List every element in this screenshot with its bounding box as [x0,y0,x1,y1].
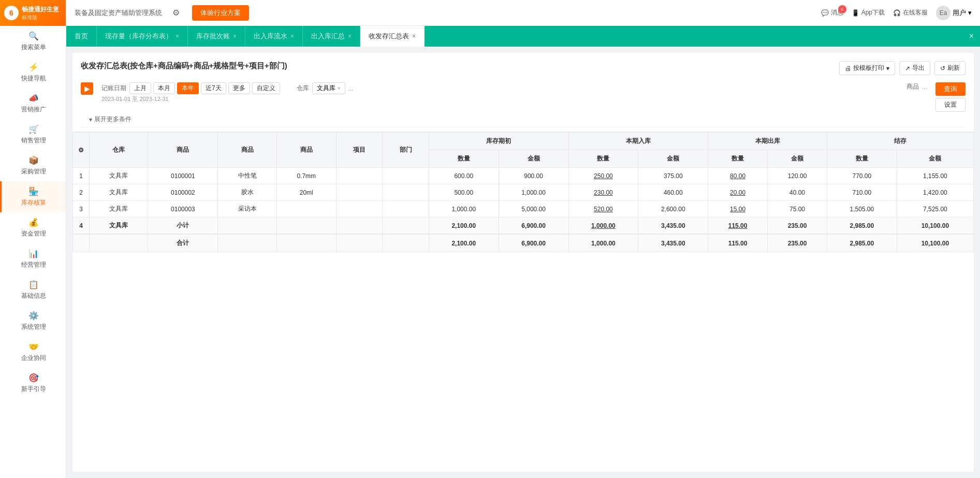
filter-settings-btn[interactable]: 设置 [935,98,966,112]
expand-more-btn[interactable]: ▾ 展开更多条件 [89,115,131,124]
cell-subtotal-in-qty[interactable]: 1,000.00 [568,218,638,235]
cell-closing-amt: 7,525.00 [897,201,973,218]
message-icon: 💬 [821,9,829,17]
cell-out-qty[interactable]: 15.00 [708,201,768,218]
sidebar-item-marketing[interactable]: 📣 营销推广 [0,88,66,119]
goods-more[interactable]: ... [922,83,927,91]
tab-inout-summary[interactable]: 出入库汇总 × [303,26,360,47]
th-in-amt: 金额 [638,150,708,168]
sidebar-item-base[interactable]: 📋 基础信息 [0,274,66,306]
cell-closing-qty: 770.00 [827,168,897,184]
online-service-action[interactable]: 🎧 在线客服 [893,8,928,17]
collab-icon: 🤝 [28,342,39,352]
cell-goods-spec [276,201,336,218]
marketing-icon: 📣 [28,93,39,103]
sidebar-item-operation[interactable]: 📊 经营管理 [0,243,66,274]
cell-subtotal-opening-qty: 2,100.00 [429,218,499,235]
cell-opening-amt: 1,000.00 [499,184,568,201]
sidebar-item-purchase[interactable]: 📦 采购管理 [0,150,66,181]
tab-inout-flow[interactable]: 出入库流水 × [245,26,303,47]
sidebar-item-quick[interactable]: ⚡ 快捷导航 [0,57,66,88]
tab-label: 出入库流水 [254,32,287,41]
purchase-icon: 📦 [28,155,39,165]
sidebar-item-guide[interactable]: 🎯 新手引导 [0,368,66,399]
cell-subtotal-out-qty[interactable]: 115.00 [708,218,768,235]
warehouse-tag-close[interactable]: × [338,85,341,91]
query-btn[interactable]: 查询 [935,82,966,96]
th-closing-amt: 金额 [897,150,973,168]
date-btn-this-month[interactable]: 本月 [153,82,175,94]
cell-subtotal-opening-amt: 6,900.00 [499,218,568,235]
user-menu[interactable]: Ea 用户 ▾ [936,6,972,20]
tab-stock-dist[interactable]: 现存量（库存分布表） × [97,26,188,47]
cell-opening-qty: 500.00 [429,184,499,201]
main-table: ⚙ 仓库 商品 商品 商品 项目 部门 库存期初 本期入库 本期出库 结存 [72,132,974,252]
content-area: 收发存汇总表(按仓库+商品编码+商品+规格型号+项目+部门) 🖨 按模板打印 ▾… [66,47,980,478]
export-btn[interactable]: ↗ 导出 [899,61,930,75]
tab-close-icon[interactable]: × [348,33,352,40]
sidebar-item-finance[interactable]: 💰 资金管理 [0,212,66,243]
cell-in-qty[interactable]: 230.00 [568,184,638,201]
page-header: 收发存汇总表(按仓库+商品编码+商品+规格型号+项目+部门) 🖨 按模板打印 ▾… [72,53,974,132]
goods-label: 商品 [906,82,919,91]
cell-closing-qty: 1,505.00 [827,201,897,218]
cell-goods-name: 采访本 [218,201,276,218]
tab-close-icon[interactable]: × [290,33,294,40]
sidebar-item-search[interactable]: 🔍 搜索菜单 [0,26,66,57]
th-warehouse: 仓库 [90,133,148,168]
cell-opening-qty: 1,000.00 [429,201,499,218]
tab-close-icon[interactable]: × [412,33,416,40]
cell-goods-spec: 20ml [276,184,336,201]
topbar-settings-icon[interactable]: ⚙ [172,8,180,18]
guide-icon: 🎯 [28,373,39,383]
cell-in-qty[interactable]: 250.00 [568,168,638,184]
sidebar-item-label: 搜索菜单 [21,43,46,52]
cell-out-qty[interactable]: 80.00 [708,168,768,184]
logo-icon: 6 [4,6,19,20]
message-action[interactable]: 💬 消息 6 [821,8,843,17]
tab-recv-send[interactable]: 收发存汇总表 × [360,26,425,47]
experience-btn[interactable]: 体验行业方案 [192,5,249,21]
sidebar-item-label: 销售管理 [21,136,46,145]
cell-no: 3 [73,201,90,218]
sidebar-item-sales[interactable]: 🛒 销售管理 [0,119,66,150]
tab-label: 出入库汇总 [311,32,345,41]
cell-in-qty[interactable]: 520.00 [568,201,638,218]
th-settings[interactable]: ⚙ [73,133,90,168]
print-btn[interactable]: 🖨 按模板打印 ▾ [839,61,895,75]
date-btn-prev-month[interactable]: 上月 [129,82,151,94]
cell-project [336,184,383,201]
cell-subtotal-label: 小计 [148,218,218,235]
tab-batch[interactable]: 库存批次账 × [188,26,245,47]
date-btn-7days[interactable]: 近7天 [201,82,226,94]
tab-close-icon[interactable]: × [233,33,237,40]
warehouse-tag[interactable]: 文具库 × [312,82,345,94]
tab-home[interactable]: 首页 [66,26,97,47]
tab-close-icon[interactable]: × [175,33,179,40]
expand-label: 展开更多条件 [94,115,131,124]
cell-project [336,201,383,218]
date-btn-this-year[interactable]: 本年 [177,82,199,94]
cell-opening-qty: 600.00 [429,168,499,184]
system-icon: ⚙️ [28,311,39,321]
date-btn-more[interactable]: 更多 [228,82,250,94]
refresh-btn[interactable]: ↺ 刷新 [934,61,966,75]
cell-warehouse: 文具库 [90,168,148,184]
cell-out-qty[interactable]: 20.00 [708,184,768,201]
system-title: 装备及固定资产辅助管理系统 [75,8,162,18]
tabs-close-all[interactable]: × [963,32,980,41]
chevron-down-icon: ▾ [886,65,889,72]
sidebar-logo: 6 畅捷通好生意 标准版 [0,0,66,26]
filter-row: ▶ 记账日期 上月 本月 本年 近7天 更多 自定义 [81,82,966,112]
sidebar-item-collab[interactable]: 🤝 企业协同 [0,337,66,368]
sidebar-item-system[interactable]: ⚙️ 系统管理 [0,306,66,337]
cell-in-amt: 460.00 [638,184,708,201]
table-container: ⚙ 仓库 商品 商品 商品 项目 部门 库存期初 本期入库 本期出库 结存 [72,132,974,472]
sidebar-item-inventory[interactable]: 🏪 库存核算 [0,181,66,212]
cell-goods-code: 0100001 [148,168,218,184]
chevron-down-icon: ▾ [968,9,972,17]
warehouse-more[interactable]: ... [348,85,354,92]
date-btn-custom[interactable]: 自定义 [252,82,280,94]
app-download-action[interactable]: 📱 App下载 [852,8,885,17]
filter-toggle[interactable]: ▶ [81,82,93,95]
